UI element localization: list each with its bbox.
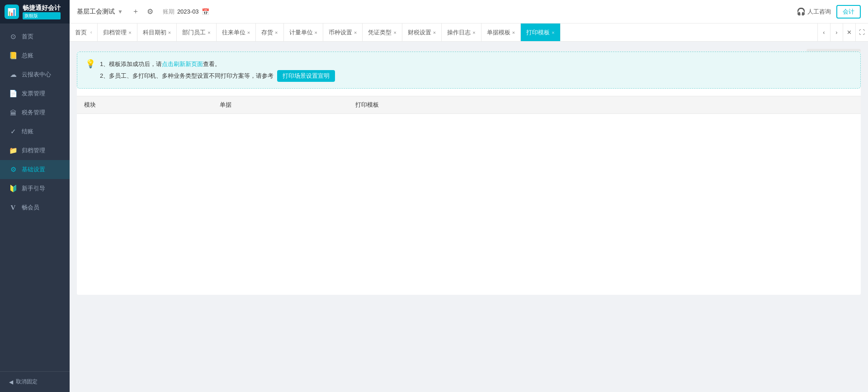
tab-counterparty[interactable]: 往来单位 ×	[217, 24, 256, 42]
topbar: 基层工会测试 ▼ ＋ ⚙ 账期 2023-03 📅 🎧 人工咨询 会计	[70, 0, 868, 24]
tab-currency[interactable]: 币种设置 ×	[323, 24, 363, 42]
tab-voucher-type-close-icon[interactable]: ×	[393, 30, 396, 35]
sidebar-item-home[interactable]: ⊙ 首页	[0, 27, 70, 46]
tab-print-template-label: 打印模板	[526, 28, 550, 37]
settings-icon: ⚙	[9, 165, 17, 174]
topbar-project[interactable]: 基层工会测试 ▼	[77, 8, 123, 16]
tab-home-label: 首页	[75, 28, 87, 37]
ledger-icon: 📒	[9, 52, 17, 60]
topbar-right: 🎧 人工咨询 会计	[797, 5, 861, 19]
sidebar-item-label-member: 畅会员	[22, 203, 39, 212]
sidebar-item-tax[interactable]: 🏛 税务管理	[0, 103, 70, 122]
tab-unit[interactable]: 计量单位 ×	[284, 24, 323, 42]
tab-subject-init-label: 科目期初	[143, 28, 166, 37]
notice-line1-before: 1、模板添加成功后，请	[100, 61, 162, 67]
sidebar-item-label-reports: 云报表中心	[22, 71, 51, 79]
sidebar-item-label-guide: 新手引导	[22, 184, 45, 193]
print-scene-button[interactable]: 打印场景设置宣明	[277, 70, 335, 82]
reports-icon: ☁	[9, 71, 17, 79]
tab-op-log-label: 操作日志	[447, 28, 471, 37]
guide-icon: 🔰	[9, 184, 17, 193]
tab-subject-init[interactable]: 科目期初 ×	[137, 24, 177, 42]
tab-single-voucher-label: 单据模板	[487, 28, 510, 37]
sidebar-item-member[interactable]: V 畅会员	[0, 198, 70, 217]
main-area: 基层工会测试 ▼ ＋ ⚙ 账期 2023-03 📅 🎧 人工咨询 会计 首页 ‹…	[70, 0, 868, 392]
archive-icon: 📁	[9, 146, 17, 155]
sidebar-item-guide[interactable]: 🔰 新手引导	[0, 179, 70, 198]
tab-single-voucher[interactable]: 单据模板 ×	[481, 24, 521, 42]
service-label: 人工咨询	[807, 8, 831, 16]
tab-fullscreen-button[interactable]: ⛶	[855, 24, 868, 42]
sidebar-item-ledger[interactable]: 📒 总账	[0, 46, 70, 65]
tab-counterparty-label: 往来单位	[222, 28, 245, 37]
sidebar-item-reports[interactable]: ☁ 云报表中心	[0, 65, 70, 84]
home-icon: ⊙	[9, 33, 17, 41]
unpin-icon: ◀	[9, 379, 13, 385]
content-wrapper: 💡 1、模板添加成功后，请点击刷新新页面查看。 2、多员工、多打印机、多种业务类…	[77, 52, 861, 295]
tab-unit-close-icon[interactable]: ×	[315, 30, 317, 35]
table-col-print-template: 打印模板	[355, 101, 854, 109]
notice-line2-before: 2、多员工、多打印机、多种业务类型设置不同打印方案等，请参考	[100, 72, 274, 79]
customer-service-button[interactable]: 🎧 人工咨询	[797, 7, 831, 16]
tab-department-label: 部门员工	[182, 28, 206, 37]
member-icon: V	[9, 204, 17, 212]
settings-gear-button[interactable]: ⚙	[145, 6, 156, 17]
project-name: 基层工会测试	[77, 8, 115, 16]
tab-op-log[interactable]: 操作日志 ×	[442, 24, 481, 42]
period-label: 账期	[163, 8, 175, 16]
sidebar-nav: ⊙ 首页 📒 总账 ☁ 云报表中心 📄 发票管理 🏛 税务管理 ✓ 结账 📁 归…	[0, 24, 70, 371]
table-col-module: 模块	[84, 101, 220, 109]
app-name: 畅捷通好会计	[23, 4, 61, 12]
notice-refresh-link[interactable]: 点击刷新新页面	[162, 61, 203, 67]
tab-inventory-label: 存货	[261, 28, 273, 37]
tab-home[interactable]: 首页 ‹	[70, 24, 98, 42]
tab-op-log-close-icon[interactable]: ×	[472, 30, 475, 35]
tab-voucher-type-label: 凭证类型	[368, 28, 392, 37]
topbar-period: 账期 2023-03 📅	[163, 8, 209, 16]
tab-voucher-type[interactable]: 凭证类型 ×	[363, 24, 402, 42]
tab-close-all-button[interactable]: ✕	[843, 24, 855, 42]
tab-department[interactable]: 部门员工 ×	[177, 24, 216, 42]
sidebar-item-archive[interactable]: 📁 归档管理	[0, 141, 70, 160]
tab-currency-label: 币种设置	[329, 28, 352, 37]
tab-scroll-left-button[interactable]: ‹	[817, 24, 830, 42]
sidebar-item-label-invoice: 发票管理	[22, 90, 45, 98]
tab-subject-init-close-icon[interactable]: ×	[168, 30, 171, 35]
calendar-icon[interactable]: 📅	[202, 8, 209, 15]
tab-tax-settings[interactable]: 财税设置 ×	[402, 24, 442, 42]
tab-single-voucher-close-icon[interactable]: ×	[512, 30, 515, 35]
tab-inventory-close-icon[interactable]: ×	[275, 30, 278, 35]
tab-counterparty-close-icon[interactable]: ×	[247, 30, 250, 35]
sidebar: 📊 畅捷通好会计 旗舰版 ⊙ 首页 📒 总账 ☁ 云报表中心 📄 发票管理 🏛 …	[0, 0, 70, 392]
tab-scroll-right-button[interactable]: ›	[830, 24, 843, 42]
sidebar-item-checkout[interactable]: ✓ 结账	[0, 122, 70, 141]
tab-print-template-close-icon[interactable]: ×	[552, 30, 554, 35]
invoice-icon: 📄	[9, 90, 17, 98]
tab-currency-close-icon[interactable]: ×	[354, 30, 357, 35]
tab-department-close-icon[interactable]: ×	[208, 30, 210, 35]
tab-tax-settings-label: 财税设置	[408, 28, 431, 37]
checkout-icon: ✓	[9, 128, 17, 136]
period-value: 2023-03	[177, 8, 199, 15]
notice-box: 💡 1、模板添加成功后，请点击刷新新页面查看。 2、多员工、多打印机、多种业务类…	[77, 52, 861, 89]
headset-icon: 🎧	[797, 7, 806, 16]
tab-archive-close-icon[interactable]: ×	[128, 30, 131, 35]
tab-print-template[interactable]: 打印模板 ×	[521, 24, 560, 42]
tab-unit-label: 计量单位	[289, 28, 313, 37]
sidebar-item-label-archive: 归档管理	[22, 146, 45, 155]
sidebar-item-settings[interactable]: ⚙ 基础设置	[0, 160, 70, 179]
app-edition: 旗舰版	[23, 12, 61, 19]
add-project-button[interactable]: ＋	[130, 6, 141, 17]
tab-archive-label: 归档管理	[103, 28, 127, 37]
tabbar-navigation: ‹ › ✕ ⛶	[817, 24, 868, 42]
sidebar-unpin-button[interactable]: ◀ 取消固定	[0, 371, 70, 392]
tab-archive[interactable]: 归档管理 ×	[98, 24, 137, 42]
tab-inventory[interactable]: 存货 ×	[256, 24, 283, 42]
user-role-button[interactable]: 会计	[836, 5, 861, 19]
notice-text: 1、模板添加成功后，请点击刷新新页面查看。 2、多员工、多打印机、多种业务类型设…	[100, 58, 337, 82]
table-col-voucher: 单据	[220, 101, 355, 109]
tab-tax-settings-close-icon[interactable]: ×	[433, 30, 436, 35]
table-body	[77, 114, 861, 295]
sidebar-item-invoice[interactable]: 📄 发票管理	[0, 84, 70, 103]
sidebar-logo-text: 畅捷通好会计 旗舰版	[23, 4, 61, 20]
